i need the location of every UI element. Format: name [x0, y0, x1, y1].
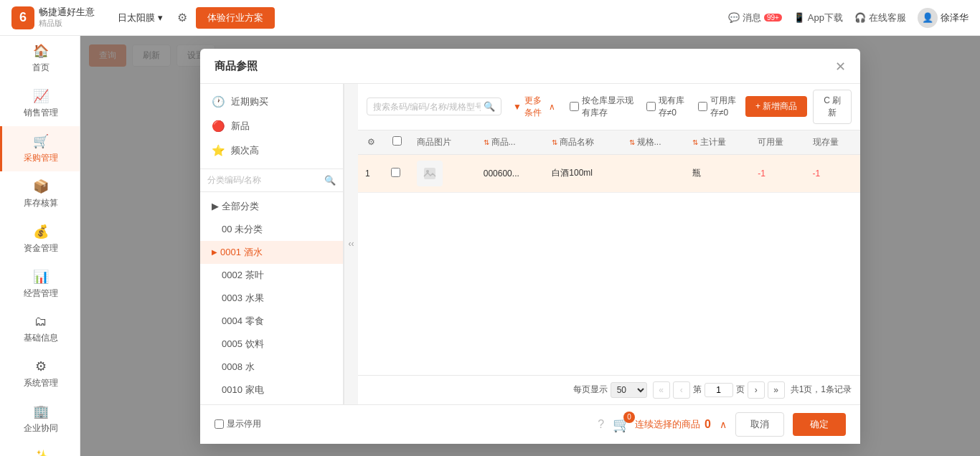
app-download-item[interactable]: 📱 App下载 — [793, 11, 843, 24]
sidebar-item-system[interactable]: ⚙ 系统管理 — [0, 351, 80, 396]
checkbox-available-input[interactable] — [646, 102, 656, 111]
first-page-btn[interactable]: « — [653, 381, 670, 399]
checkbox-warehouse-input[interactable] — [570, 102, 579, 111]
sidebar-item-enterprise[interactable]: 🏢 企业协同 — [0, 396, 80, 442]
next-page-btn[interactable]: › — [748, 381, 765, 399]
nav-item-recent[interactable]: 🕐 近期购买 — [200, 90, 343, 114]
th-name[interactable]: ⇅ 商品名称 — [545, 130, 621, 155]
sort-icon-code: ⇅ — [484, 138, 491, 146]
category-water[interactable]: 0008 水 — [200, 356, 343, 379]
finance-icon: 💰 — [33, 224, 49, 239]
last-page-btn[interactable]: » — [768, 381, 785, 399]
filter-label: 更多条件 — [524, 95, 546, 119]
nav-item-frequent[interactable]: ⭐ 频次高 — [200, 138, 343, 163]
sidebar-label-purchase: 采购管理 — [24, 152, 58, 164]
product-search-input[interactable] — [373, 102, 481, 112]
category-fruit[interactable]: 0003 水果 — [200, 287, 343, 310]
enterprise-icon: 🏢 — [33, 404, 49, 419]
filter-collapse-icon: ∧ — [549, 102, 555, 112]
select-all-checkbox[interactable] — [392, 136, 402, 146]
collapse-panel-btn[interactable]: ‹‹ — [344, 84, 358, 404]
store-name: 日太阳膜 — [118, 11, 155, 24]
sales-icon: 📈 — [33, 88, 49, 104]
trial-button[interactable]: 体验行业方案 — [196, 7, 275, 29]
sidebar-label-finance: 资金管理 — [24, 242, 58, 255]
category-appliance[interactable]: 0010 家电 — [200, 379, 343, 402]
filter-button[interactable]: ▼ 更多条件 ∧ — [507, 92, 561, 122]
page-label-2: 页 — [736, 384, 745, 396]
sidebar-item-finance[interactable]: 💰 资金管理 — [0, 217, 80, 262]
help-icon[interactable]: ? — [598, 418, 604, 431]
per-page-select[interactable]: 50 10 20 100 — [611, 382, 647, 398]
confirm-button[interactable]: 确定 — [793, 413, 846, 436]
category-snack[interactable]: 0004 零食 — [200, 310, 343, 333]
category-search-input[interactable] — [207, 175, 321, 185]
sidebar-item-operations[interactable]: 📊 经营管理 — [0, 262, 80, 307]
show-disabled-checkbox-label[interactable]: 显示停用 — [215, 418, 261, 430]
product-table-body: 1 — [358, 154, 860, 192]
th-checkbox — [384, 130, 410, 155]
category-arrow-liquor: ▶ — [212, 248, 217, 256]
td-img — [410, 154, 476, 192]
cart-button[interactable]: 🛒 0 连续选择的商品 0 — [613, 416, 711, 433]
sidebar-label-enterprise: 企业协同 — [24, 422, 58, 434]
checkbox-usable[interactable]: 可用库存≠0 — [698, 95, 740, 119]
cancel-button[interactable]: 取消 — [735, 412, 784, 437]
th-available: 可用量 — [750, 130, 805, 155]
nav-item-recent-label: 近期购买 — [231, 95, 268, 108]
modal-close-button[interactable]: ✕ — [835, 59, 846, 75]
settings-icon[interactable]: ⚙ — [177, 11, 187, 24]
sidebar-item-inventory[interactable]: 📦 库存核算 — [0, 171, 80, 217]
show-disabled-label: 显示停用 — [227, 418, 261, 430]
left-panel-nav: 🕐 近期购买 🔴 新品 ⭐ 频次高 — [200, 84, 343, 169]
checkbox-usable-input[interactable] — [698, 102, 707, 111]
sidebar-item-home[interactable]: 🏠 首页 — [0, 36, 80, 81]
category-tea[interactable]: 0002 茶叶 — [200, 264, 343, 287]
category-beverage[interactable]: 0005 饮料 — [200, 333, 343, 356]
td-checkbox — [384, 154, 410, 192]
th-code-label: 商品... — [491, 137, 516, 147]
product-search-box: 🔍 — [367, 98, 501, 115]
category-uncategorized[interactable]: 00 未分类 — [200, 218, 343, 241]
settings-col-icon[interactable]: ⚙ — [367, 137, 375, 147]
td-unit: 瓶 — [685, 154, 750, 192]
row-checkbox[interactable] — [391, 168, 400, 177]
table-row[interactable]: 1 — [358, 154, 860, 192]
messages-item[interactable]: 💬 消息 99+ — [728, 11, 782, 24]
sidebar-item-guide[interactable]: ✨ 新手引导 — [0, 442, 80, 456]
th-stock-label: 现存量 — [813, 137, 839, 147]
category-label-water: 0008 水 — [222, 361, 255, 374]
sort-icon-spec: ⇅ — [629, 138, 637, 146]
nav-item-new[interactable]: 🔴 新品 — [200, 114, 343, 138]
sidebar-label-home: 首页 — [32, 62, 50, 74]
show-disabled-checkbox[interactable] — [215, 419, 224, 429]
username-label: 徐泽华 — [941, 11, 969, 24]
checkbox-available[interactable]: 现有库存≠0 — [646, 95, 688, 119]
checkbox-warehouse[interactable]: 按仓库显示现有库存 — [570, 95, 636, 119]
category-search-icon[interactable]: 🔍 — [324, 175, 336, 186]
sidebar-item-purchase[interactable]: 🛒 采购管理 — [0, 126, 80, 171]
avatar: 👤 — [918, 8, 938, 28]
page-size-selector: 每页显示 50 10 20 100 — [573, 382, 647, 398]
page-label: 第 — [693, 384, 702, 396]
category-label-appliance: 0010 家电 — [222, 384, 264, 396]
chevron-up-icon[interactable]: ∧ — [720, 419, 727, 430]
refresh-button[interactable]: C 刷新 — [813, 90, 852, 124]
prev-page-btn[interactable]: ‹ — [673, 381, 690, 399]
th-spec[interactable]: ⇅ 规格... — [622, 130, 685, 155]
filter-checkboxes: 按仓库显示现有库存 现有库存≠0 可用库存≠0 — [570, 95, 740, 119]
th-img: 商品图片 — [410, 130, 476, 155]
user-avatar-area[interactable]: 👤 徐泽华 — [918, 8, 969, 28]
category-liquor[interactable]: ▶ 0001 酒水 — [200, 241, 343, 264]
collapse-icon: ‹‹ — [349, 239, 354, 249]
store-selector[interactable]: 日太阳膜 ▾ — [112, 9, 169, 27]
sidebar-item-basic-info[interactable]: 🗂 基础信息 — [0, 307, 80, 351]
online-service-item[interactable]: 🎧 在线客服 — [854, 11, 906, 24]
page-number-input[interactable] — [705, 383, 733, 397]
sidebar-item-sales[interactable]: 📈 销售管理 — [0, 81, 80, 126]
product-search-icon[interactable]: 🔍 — [484, 101, 495, 112]
category-all[interactable]: ▶ 全部分类 — [200, 195, 343, 218]
th-unit[interactable]: ⇅ 主计量 — [685, 130, 750, 155]
th-code[interactable]: ⇅ 商品... — [476, 130, 545, 155]
add-product-button[interactable]: + 新增商品 — [745, 96, 807, 117]
